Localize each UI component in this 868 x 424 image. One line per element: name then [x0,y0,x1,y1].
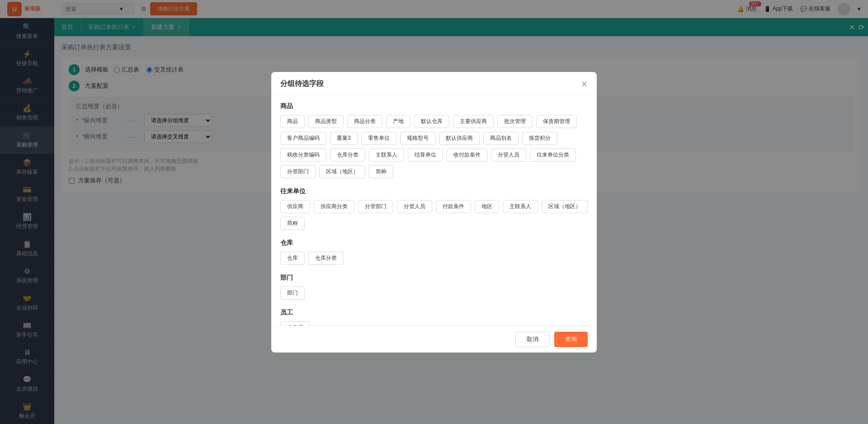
confirm-btn[interactable]: 查询 [554,332,588,347]
section-title-warehouse: 仓库 [280,239,588,247]
field-tag[interactable]: 规格型号 [400,132,435,145]
field-tag[interactable]: 批次管理 [497,115,533,128]
field-tag[interactable]: 简称 [369,165,393,178]
modal-body: 商品商品商品类型商品分类产地默认仓库主要供应商批次管理保质期管理客户商品编码重量… [271,95,597,326]
field-tag[interactable]: 客户商品编码 [280,132,326,145]
section-department: 部门部门 [280,274,588,300]
field-tag[interactable]: 区域（地区） [542,200,588,213]
field-tag[interactable]: 收付款条件 [447,148,487,162]
modal-footer: 取消 查询 [271,326,597,353]
field-tag[interactable]: 部门 [280,286,305,300]
cancel-btn[interactable]: 取消 [515,332,550,347]
field-tag[interactable]: 商品分类 [347,115,382,128]
field-select-modal: 分组待选字段 ✕ 商品商品商品类型商品分类产地默认仓库主要供应商批次管理保质期管… [271,72,597,353]
field-tag[interactable]: 分管人员 [397,200,432,213]
field-tag[interactable]: 供应商分类 [314,200,354,213]
field-tag[interactable]: 地区 [475,200,499,213]
field-tag[interactable]: 往来单位分类 [530,148,576,162]
field-tag[interactable]: 拣货积分 [522,132,557,145]
section-title-partners: 往来单位 [280,187,588,195]
section-partners: 往来单位供应商供应商分类分管部门分管人员付款条件地区主联系人区域（地区）简称 [280,187,588,230]
field-tag[interactable]: 默认仓库 [414,115,449,128]
field-tag[interactable]: 分管部门 [358,200,393,213]
field-tag[interactable]: 分管人员 [491,148,526,162]
field-tag[interactable]: 仓库分类 [330,148,365,162]
field-tag[interactable]: 主联系人 [503,200,538,213]
field-tags-employee: 业务员 [280,321,588,326]
field-tag[interactable]: 供应商 [280,200,310,213]
field-tag[interactable]: 产地 [386,115,410,128]
field-tag[interactable]: 商品别名 [483,132,519,145]
modal-overlay: 分组待选字段 ✕ 商品商品商品类型商品分类产地默认仓库主要供应商批次管理保质期管… [0,0,868,424]
field-tag[interactable]: 商品 [280,115,305,128]
section-title-employee: 员工 [280,309,588,317]
field-tag[interactable]: 保质期管理 [536,115,577,128]
field-tag[interactable]: 重量3 [330,132,358,145]
field-tag[interactable]: 结算单位 [408,148,443,162]
field-tag[interactable]: 商品类型 [308,115,344,128]
field-tags-department: 部门 [280,286,588,300]
field-tag[interactable]: 仓库 [280,252,305,265]
section-goods: 商品商品商品类型商品分类产地默认仓库主要供应商批次管理保质期管理客户商品编码重量… [280,102,588,178]
section-employee: 员工业务员 [280,309,588,326]
field-tag[interactable]: 区域（地区） [319,165,365,178]
field-tag[interactable]: 税收分类编码 [280,148,326,162]
field-tag[interactable]: 业务员 [280,321,310,326]
field-tag[interactable]: 零售单位 [361,132,396,145]
field-tags-warehouse: 仓库仓库分类 [280,252,588,265]
field-tag[interactable]: 分管部门 [280,165,316,178]
field-tag[interactable]: 主要供应商 [453,115,494,128]
field-tag[interactable]: 主联系人 [369,148,404,162]
field-tag[interactable]: 默认供应商 [439,132,480,145]
section-title-department: 部门 [280,274,588,282]
modal-close-btn[interactable]: ✕ [581,79,588,89]
field-tag[interactable]: 仓库分类 [308,252,344,265]
modal-header: 分组待选字段 ✕ [271,72,597,95]
field-tags-goods: 商品商品类型商品分类产地默认仓库主要供应商批次管理保质期管理客户商品编码重量3零… [280,115,588,178]
field-tag[interactable]: 简称 [280,217,305,230]
field-tag[interactable]: 付款条件 [436,200,471,213]
section-title-goods: 商品 [280,102,588,110]
section-warehouse: 仓库仓库仓库分类 [280,239,588,265]
modal-title: 分组待选字段 [280,79,324,89]
field-tags-partners: 供应商供应商分类分管部门分管人员付款条件地区主联系人区域（地区）简称 [280,200,588,230]
